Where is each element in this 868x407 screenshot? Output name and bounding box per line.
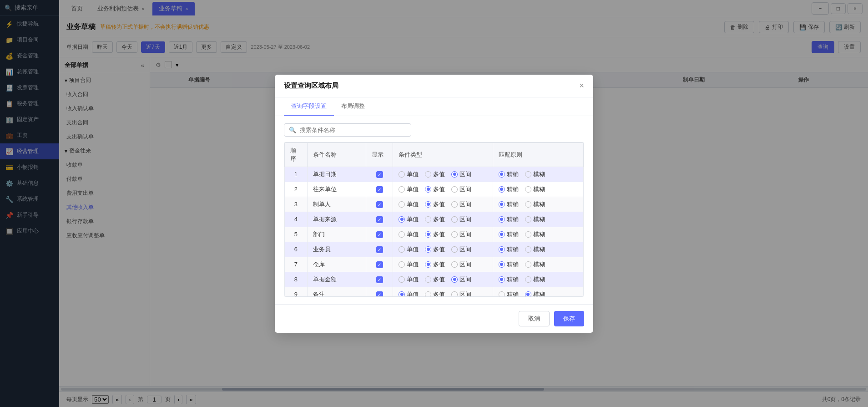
radio-type-type_single[interactable]: 单值 [399,185,419,193]
radio-label: 单值 [407,215,419,224]
radio-label: 多值 [433,200,445,209]
radio-match-match_fuzzy[interactable]: 模糊 [525,215,545,224]
row-show-checkbox[interactable]: ✓ [366,272,393,287]
row-match: 精确模糊 [493,227,583,242]
radio-match-match_fuzzy[interactable]: 模糊 [525,170,545,178]
checkbox[interactable]: ✓ [376,216,383,223]
checkbox[interactable]: ✓ [376,261,383,268]
radio-type-type_single[interactable]: 单值 [399,260,419,269]
row-order: 9 [285,287,308,297]
settings-table-row: 1单据日期✓单值多值区间精确模糊 [285,167,584,182]
row-show-checkbox[interactable]: ✓ [366,212,393,227]
row-order: 4 [285,212,308,227]
radio-match-match_fuzzy[interactable]: 模糊 [525,260,545,269]
radio-circle [425,171,431,178]
radio-match-match_fuzzy[interactable]: 模糊 [525,200,545,209]
radio-type-type_single[interactable]: 单值 [399,275,419,284]
row-type: 单值多值区间 [393,287,493,297]
radio-type-type_single[interactable]: 单值 [399,245,419,254]
radio-type-type_multi[interactable]: 多值 [425,230,445,239]
settings-table-row: 9备注✓单值多值区间精确模糊 [285,287,584,297]
cancel-button[interactable]: 取消 [519,311,550,326]
th-name: 条件名称 [307,142,366,167]
radio-match-match_fuzzy[interactable]: 模糊 [525,245,545,254]
radio-match-match_exact[interactable]: 精确 [499,290,519,297]
radio-type-type_range[interactable]: 区间 [451,170,471,178]
checkbox[interactable]: ✓ [376,246,383,253]
row-order: 2 [285,182,308,197]
radio-type-type_range[interactable]: 区间 [451,200,471,209]
modal-search-input[interactable] [300,127,406,133]
radio-type-type_multi[interactable]: 多值 [425,170,445,178]
checkbox[interactable]: ✓ [376,186,383,193]
radio-match-match_exact[interactable]: 精确 [499,215,519,224]
radio-match-match_exact[interactable]: 精确 [499,200,519,209]
radio-type-type_range[interactable]: 区间 [451,290,471,297]
search-icon: 🔍 [289,127,296,133]
radio-circle [399,261,405,268]
radio-type-type_single[interactable]: 单值 [399,200,419,209]
radio-type-type_single[interactable]: 单值 [399,290,419,297]
radio-match-match_exact[interactable]: 精确 [499,275,519,284]
radio-circle [399,171,405,178]
checkbox[interactable]: ✓ [376,201,383,208]
radio-type-type_multi[interactable]: 多值 [425,200,445,209]
radio-type-type_range[interactable]: 区间 [451,230,471,239]
row-show-checkbox[interactable]: ✓ [366,257,393,272]
radio-match-match_exact[interactable]: 精确 [499,260,519,269]
modal-tab-layout-adjust[interactable]: 布局调整 [334,97,372,116]
row-order: 5 [285,227,308,242]
checkbox[interactable]: ✓ [376,231,383,238]
radio-label: 精确 [507,290,519,297]
row-show-checkbox[interactable]: ✓ [366,182,393,197]
radio-circle [499,171,505,178]
radio-type-type_range[interactable]: 区间 [451,215,471,224]
modal-save-button[interactable]: 保存 [554,311,584,326]
radio-type-type_multi[interactable]: 多值 [425,290,445,297]
radio-type-type_multi[interactable]: 多值 [425,275,445,284]
modal-close-button[interactable]: × [579,81,584,91]
radio-circle [525,231,531,238]
radio-circle [425,201,431,208]
radio-match-match_fuzzy[interactable]: 模糊 [525,230,545,239]
radio-type-type_range[interactable]: 区间 [451,260,471,269]
modal-tab-field-settings[interactable]: 查询字段设置 [284,97,334,116]
row-condition-name: 往来单位 [307,182,366,197]
radio-type-type_single[interactable]: 单值 [399,215,419,224]
radio-match-match_exact[interactable]: 精确 [499,185,519,193]
checkbox[interactable]: ✓ [376,291,383,297]
radio-type-type_single[interactable]: 单值 [399,230,419,239]
radio-type-type_single[interactable]: 单值 [399,170,419,178]
radio-circle [525,276,531,283]
checkbox[interactable]: ✓ [376,276,383,283]
radio-circle [399,186,405,193]
row-condition-name: 单据金额 [307,272,366,287]
radio-match-match_exact[interactable]: 精确 [499,245,519,254]
checkbox[interactable]: ✓ [376,171,383,178]
row-show-checkbox[interactable]: ✓ [366,287,393,297]
radio-circle [399,291,405,297]
row-show-checkbox[interactable]: ✓ [366,167,393,182]
radio-circle [525,201,531,208]
row-show-checkbox[interactable]: ✓ [366,227,393,242]
settings-table-row: 7仓库✓单值多值区间精确模糊 [285,257,584,272]
radio-match-match_fuzzy[interactable]: 模糊 [525,290,545,297]
radio-circle [499,291,505,297]
radio-match-match_exact[interactable]: 精确 [499,170,519,178]
radio-match-match_fuzzy[interactable]: 模糊 [525,185,545,193]
row-order: 7 [285,257,308,272]
row-show-checkbox[interactable]: ✓ [366,197,393,212]
radio-type-type_range[interactable]: 区间 [451,275,471,284]
modal-search-box: 🔍 [284,123,411,137]
radio-circle [499,261,505,268]
radio-match-match_exact[interactable]: 精确 [499,230,519,239]
radio-match-match_fuzzy[interactable]: 模糊 [525,275,545,284]
radio-type-type_multi[interactable]: 多值 [425,185,445,193]
row-show-checkbox[interactable]: ✓ [366,242,393,257]
radio-type-type_range[interactable]: 区间 [451,245,471,254]
radio-label: 单值 [407,275,419,284]
radio-type-type_multi[interactable]: 多值 [425,260,445,269]
radio-type-type_multi[interactable]: 多值 [425,245,445,254]
radio-type-type_multi[interactable]: 多值 [425,215,445,224]
radio-type-type_range[interactable]: 区间 [451,185,471,193]
